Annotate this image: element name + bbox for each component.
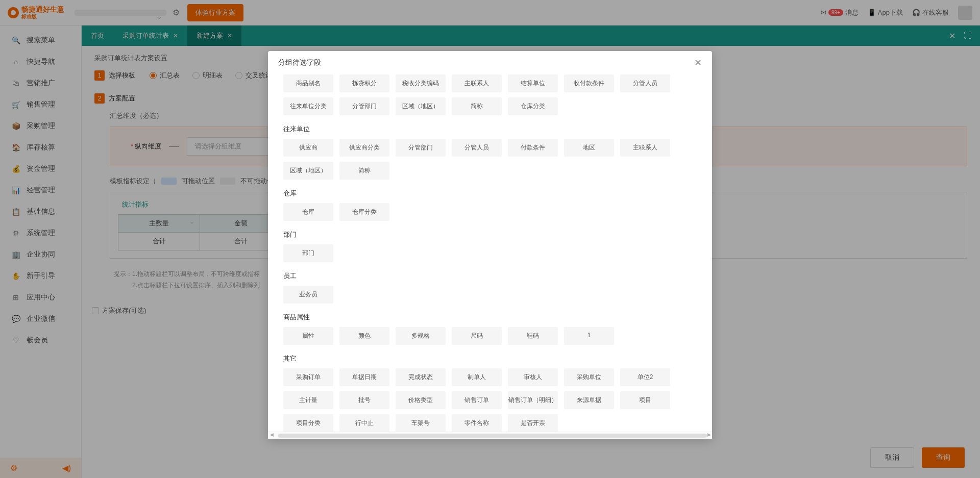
field-chip[interactable]: 仓库分类: [339, 203, 389, 221]
field-group-title: 员工: [283, 271, 702, 281]
field-chip[interactable]: 价格类型: [396, 391, 446, 409]
field-chip[interactable]: 仓库分类: [508, 97, 558, 115]
field-chip[interactable]: 审核人: [508, 368, 558, 386]
field-chip[interactable]: 批号: [339, 391, 389, 409]
field-chip[interactable]: 属性: [283, 327, 333, 345]
field-chip[interactable]: 分管部门: [396, 139, 446, 157]
field-chip[interactable]: 区域（地区）: [283, 162, 333, 180]
field-chip[interactable]: 结算单位: [508, 74, 558, 92]
modal-header: 分组待选字段 ✕: [268, 51, 712, 74]
field-chip[interactable]: 分管人员: [452, 139, 502, 157]
field-chip[interactable]: 收付款条件: [564, 74, 614, 92]
modal-horizontal-scrollbar[interactable]: [268, 432, 712, 439]
field-chip[interactable]: 零件名称: [452, 414, 502, 432]
field-chip[interactable]: 来源单据: [564, 391, 614, 409]
field-chip[interactable]: 供应商分类: [339, 139, 389, 157]
field-chip[interactable]: 项目: [620, 391, 670, 409]
field-group-title: 往来单位: [283, 124, 702, 134]
field-chip[interactable]: 销售订单: [452, 391, 502, 409]
field-chip[interactable]: 项目分类: [283, 414, 333, 432]
field-group-title: 部门: [283, 230, 702, 239]
field-chip[interactable]: 是否开票: [508, 414, 558, 432]
field-chip[interactable]: 税收分类编码: [396, 74, 446, 92]
field-chip[interactable]: 简称: [452, 97, 502, 115]
field-chip[interactable]: 仓库: [283, 203, 333, 221]
field-chip[interactable]: 拣货积分: [339, 74, 389, 92]
field-chip[interactable]: 商品别名: [283, 74, 333, 92]
field-chip[interactable]: 简称: [339, 162, 389, 180]
field-chip[interactable]: 业务员: [283, 286, 333, 304]
field-chip[interactable]: 尺码: [452, 327, 502, 345]
field-chip[interactable]: 部门: [283, 244, 333, 262]
field-chip[interactable]: 车架号: [396, 414, 446, 432]
field-chip[interactable]: 采购订单: [283, 368, 333, 386]
field-chip[interactable]: 多规格: [396, 327, 446, 345]
field-chip[interactable]: 主计量: [283, 391, 333, 409]
field-chip[interactable]: 鞋码: [508, 327, 558, 345]
field-chip[interactable]: 付款条件: [508, 139, 558, 157]
field-chip[interactable]: 制单人: [452, 368, 502, 386]
field-chip[interactable]: 行中止: [339, 414, 389, 432]
field-chip[interactable]: 完成状态: [396, 368, 446, 386]
field-chip[interactable]: 1: [564, 327, 614, 345]
field-group-title: 商品属性: [283, 313, 702, 322]
modal-close-icon[interactable]: ✕: [694, 58, 702, 67]
modal-title: 分组待选字段: [278, 58, 321, 67]
field-chip[interactable]: 区域（地区）: [396, 97, 446, 115]
modal-body: 商品别名拣货积分税收分类编码主联系人结算单位收付款条件分管人员往来单位分类分管部…: [268, 74, 712, 432]
field-group-title: 仓库: [283, 189, 702, 198]
field-chip[interactable]: 销售订单（明细）: [508, 391, 558, 409]
field-chip[interactable]: 分管人员: [620, 74, 670, 92]
field-chip[interactable]: 分管部门: [339, 97, 389, 115]
field-chip[interactable]: 主联系人: [620, 139, 670, 157]
field-group-title: 其它: [283, 354, 702, 363]
field-chip[interactable]: 采购单位: [564, 368, 614, 386]
field-chip[interactable]: 颜色: [339, 327, 389, 345]
field-chip[interactable]: 地区: [564, 139, 614, 157]
field-chip[interactable]: 往来单位分类: [283, 97, 333, 115]
field-chip[interactable]: 主联系人: [452, 74, 502, 92]
scrollbar-thumb[interactable]: [278, 434, 707, 438]
field-chip[interactable]: 单位2: [620, 368, 670, 386]
field-selector-modal: 分组待选字段 ✕ 商品别名拣货积分税收分类编码主联系人结算单位收付款条件分管人员…: [268, 51, 712, 439]
field-chip[interactable]: 单据日期: [339, 368, 389, 386]
field-chip[interactable]: 供应商: [283, 139, 333, 157]
